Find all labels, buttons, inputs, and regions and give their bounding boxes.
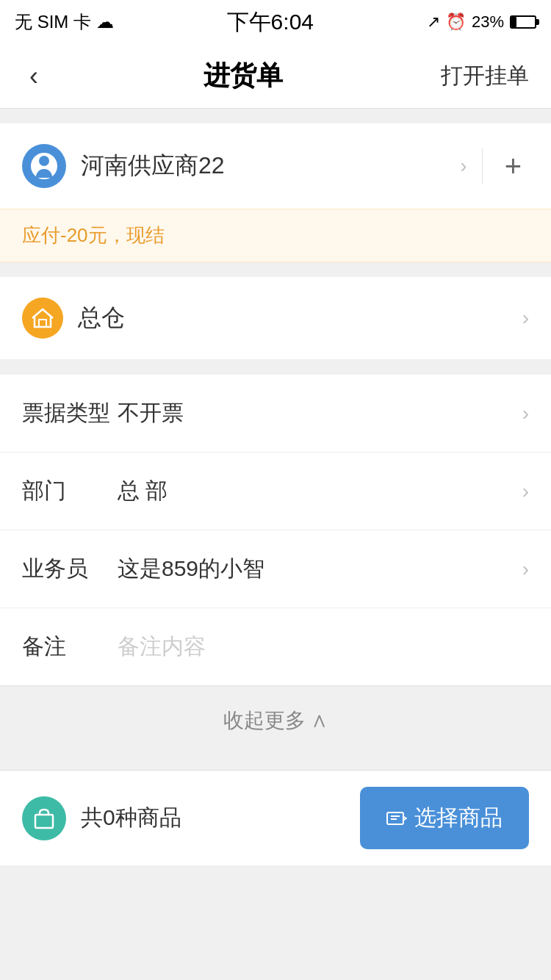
section-divider-4 (0, 755, 551, 770)
svg-rect-1 (35, 815, 53, 828)
add-supplier-button[interactable]: + (497, 150, 529, 183)
battery-icon (510, 15, 536, 29)
supplier-name: 河南供应商22 (81, 150, 460, 182)
avatar-icon (31, 153, 57, 179)
status-right: ↗ ⏰ 23% (427, 12, 536, 32)
warehouse-row[interactable]: 总仓 › (0, 277, 551, 359)
product-count-label: 共0种商品 (81, 803, 360, 833)
warehouse-name: 总仓 (78, 302, 522, 334)
supplier-section: 河南供应商22 › + 应付-20元，现结 (0, 123, 551, 262)
section-divider-1 (0, 109, 551, 123)
nav-bar: ‹ 进货单 打开挂单 (0, 44, 551, 109)
battery-label: 23% (472, 12, 504, 32)
form-section: 票据类型 不开票 › 部门 总 部 › 业务员 这是859的小智 › 备注 备注… (0, 374, 551, 685)
warehouse-section: 总仓 › (0, 277, 551, 359)
department-value: 总 部 (118, 476, 522, 506)
warehouse-chevron-icon: › (522, 306, 529, 330)
page-title: 进货单 (204, 58, 283, 94)
supplier-chevron-icon: › (460, 154, 467, 178)
status-time: 下午6:04 (227, 7, 314, 37)
supplier-divider (482, 148, 483, 184)
supplier-avatar (22, 144, 66, 188)
select-product-icon (386, 810, 407, 827)
status-bar: 无 SIM 卡 ☁ 下午6:04 ↗ ⏰ 23% (0, 0, 551, 44)
sim-label: 无 SIM 卡 ☁ (15, 10, 114, 34)
product-cart-icon (22, 796, 66, 840)
form-row-department[interactable]: 部门 总 部 › (0, 452, 551, 530)
note-value: 备注内容 (118, 632, 529, 662)
alarm-icon: ⏰ (446, 12, 466, 32)
warehouse-icon (22, 298, 63, 339)
form-row-invoice[interactable]: 票据类型 不开票 › (0, 374, 551, 452)
select-product-label: 选择商品 (414, 803, 503, 833)
department-label: 部门 (22, 476, 118, 506)
select-product-button[interactable]: 选择商品 (360, 787, 529, 849)
notice-banner: 应付-20元，现结 (0, 209, 551, 262)
location-icon: ↗ (427, 12, 440, 32)
note-label: 备注 (22, 632, 118, 662)
section-divider-3 (0, 359, 551, 374)
svg-rect-0 (39, 320, 46, 327)
supplier-row[interactable]: 河南供应商22 › + (0, 123, 551, 209)
product-bar: 共0种商品 选择商品 (0, 770, 551, 865)
invoice-chevron-icon: › (522, 402, 529, 425)
department-chevron-icon: › (522, 480, 529, 503)
back-button[interactable]: ‹ (22, 54, 46, 99)
section-divider-2 (0, 262, 551, 277)
open-pending-button[interactable]: 打开挂单 (441, 61, 529, 91)
salesperson-chevron-icon: › (522, 558, 529, 581)
collapse-button[interactable]: 收起更多 ∧ (0, 685, 551, 755)
form-row-note[interactable]: 备注 备注内容 (0, 608, 551, 685)
invoice-type-value: 不开票 (118, 398, 522, 428)
status-left: 无 SIM 卡 ☁ (15, 10, 114, 34)
invoice-type-label: 票据类型 (22, 398, 118, 428)
salesperson-value: 这是859的小智 (118, 554, 522, 584)
form-row-salesperson[interactable]: 业务员 这是859的小智 › (0, 530, 551, 608)
salesperson-label: 业务员 (22, 554, 118, 584)
gray-background (0, 865, 551, 980)
